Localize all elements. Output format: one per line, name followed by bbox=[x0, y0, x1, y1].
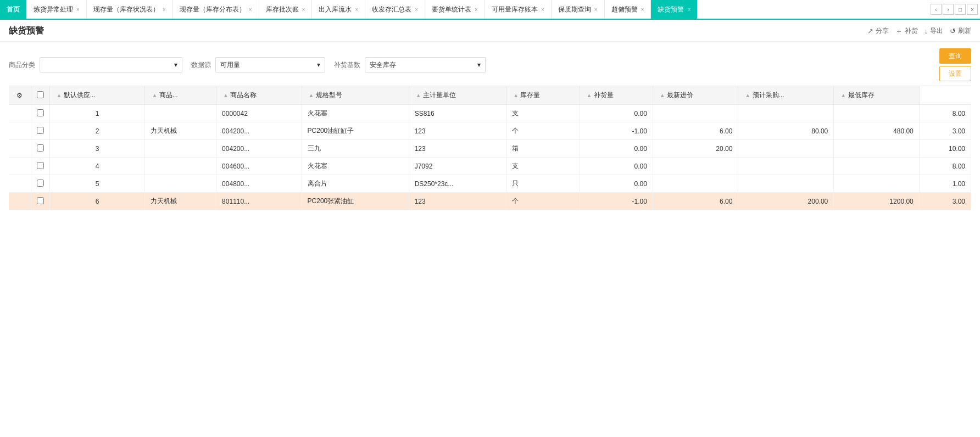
replenish-button[interactable]: ＋ 补货 bbox=[895, 26, 918, 36]
checkbox-col-header[interactable] bbox=[31, 86, 49, 105]
row-cell-estimated_purchase bbox=[834, 158, 919, 175]
row-cell-goods_name: 离合片 bbox=[302, 175, 409, 193]
tab-inventory-dist-label: 现存量（库存分布表） bbox=[180, 5, 246, 14]
row-checkbox[interactable] bbox=[37, 197, 44, 204]
tab-shortage[interactable]: 缺货预警 × bbox=[651, 0, 698, 19]
tab-inventory-dist[interactable]: 现存量（库存分布表） × bbox=[173, 0, 259, 19]
tab-summary-close[interactable]: × bbox=[415, 7, 418, 13]
row-checkbox-cell[interactable] bbox=[31, 140, 49, 158]
tab-overstock-close[interactable]: × bbox=[641, 7, 644, 13]
tab-batch[interactable]: 库存批次账 × bbox=[259, 0, 313, 19]
tab-flow[interactable]: 出入库流水 × bbox=[312, 0, 365, 19]
col-header-stock[interactable]: ▲ 库存量 bbox=[506, 86, 580, 105]
tab-shortage-close[interactable]: × bbox=[687, 7, 691, 13]
tab-available-close[interactable]: × bbox=[541, 7, 544, 13]
tab-overstock[interactable]: 超储预警 × bbox=[605, 0, 652, 19]
tab-batch-close[interactable]: × bbox=[302, 7, 305, 13]
row-checkbox-cell[interactable] bbox=[31, 193, 49, 210]
tab-maximize[interactable]: □ bbox=[955, 4, 966, 15]
col-header-replenish[interactable]: ▲ 补货量 bbox=[580, 86, 653, 105]
col-header-estimated-purchase[interactable]: ▲ 预计采购... bbox=[738, 86, 834, 105]
tab-refining[interactable]: 炼货异常处理 × bbox=[27, 0, 87, 19]
settings-button[interactable]: 设置 bbox=[939, 66, 971, 81]
row-number: 1 bbox=[49, 105, 145, 122]
tab-demand[interactable]: 要货单统计表 × bbox=[425, 0, 485, 19]
sort-icon: ▲ bbox=[309, 92, 314, 98]
tab-nav-right[interactable]: › bbox=[943, 4, 954, 15]
row-checkbox-cell[interactable] bbox=[31, 158, 49, 175]
sort-icon: ▲ bbox=[745, 92, 750, 98]
tab-home-label: 首页 bbox=[7, 5, 20, 14]
tab-close-all[interactable]: × bbox=[967, 4, 978, 15]
col-header-latest-price[interactable]: ▲ 最新进价 bbox=[653, 86, 738, 105]
tab-inventory-status-close[interactable]: × bbox=[163, 7, 166, 13]
category-select[interactable]: ▾ bbox=[40, 57, 182, 72]
tab-available[interactable]: 可用量库存账本 × bbox=[485, 0, 552, 19]
col-header-supplier[interactable]: ▲ 默认供应... bbox=[49, 86, 145, 105]
query-button[interactable]: 查询 bbox=[939, 48, 971, 64]
tab-home[interactable]: 首页 bbox=[0, 0, 27, 19]
tab-expiry-close[interactable]: × bbox=[594, 7, 598, 13]
select-all-checkbox[interactable] bbox=[37, 91, 44, 98]
row-checkbox-cell[interactable] bbox=[31, 122, 49, 140]
col-header-min-stock[interactable]: ▲ 最低库存 bbox=[834, 86, 919, 105]
row-checkbox[interactable] bbox=[37, 144, 44, 152]
shortage-table: ⚙ ▲ 默认供应... ▲ 商品... ▲ 商品名称 bbox=[9, 86, 971, 210]
category-chevron-icon: ▾ bbox=[174, 61, 177, 69]
row-checkbox[interactable] bbox=[37, 180, 44, 187]
export-button[interactable]: ↓ 导出 bbox=[925, 26, 944, 36]
table-row: 10000042火花塞SS816支0.008.00 bbox=[9, 105, 971, 122]
row-cell-goods_name: 火花塞 bbox=[302, 105, 409, 122]
replenish-base-value: 安全库存 bbox=[370, 60, 396, 70]
row-checkbox-cell[interactable] bbox=[31, 175, 49, 193]
sort-icon: ▲ bbox=[416, 92, 421, 98]
datasource-select-value: 可用量 bbox=[220, 60, 240, 70]
tab-demand-close[interactable]: × bbox=[475, 7, 478, 13]
row-cell-stock: 0.00 bbox=[580, 105, 653, 122]
row-cell-latest_price bbox=[738, 158, 834, 175]
replenish-base-label: 补货基数 bbox=[334, 60, 360, 70]
col-header-spec[interactable]: ▲ 规格型号 bbox=[302, 86, 409, 105]
share-button[interactable]: ↗ 分享 bbox=[867, 26, 889, 36]
row-cell-replenish_qty: 20.00 bbox=[653, 140, 738, 158]
sort-icon: ▲ bbox=[660, 92, 665, 98]
row-cell-replenish_qty: 6.00 bbox=[653, 193, 738, 210]
tab-expiry-label: 保质期查询 bbox=[558, 5, 591, 14]
tab-inventory-status[interactable]: 现存量（库存状况表） × bbox=[87, 0, 173, 19]
row-checkbox[interactable] bbox=[37, 127, 44, 134]
col-header-unit[interactable]: ▲ 主计量单位 bbox=[409, 86, 506, 105]
replenish-base-select[interactable]: 安全库存 ▾ bbox=[365, 57, 486, 72]
row-cell-goods_code: 004600... bbox=[216, 158, 302, 175]
row-cell-estimated_purchase: 480.00 bbox=[834, 122, 919, 140]
tab-expiry[interactable]: 保质期查询 × bbox=[552, 0, 605, 19]
row-checkbox[interactable] bbox=[37, 162, 44, 169]
tab-summary[interactable]: 收发存汇总表 × bbox=[365, 0, 425, 19]
filter-actions: 查询 设置 bbox=[939, 48, 971, 81]
row-cell-unit: 支 bbox=[506, 105, 580, 122]
settings-col-header[interactable]: ⚙ bbox=[9, 86, 31, 105]
row-cell-min_stock: 1.00 bbox=[919, 175, 971, 193]
row-checkbox-cell[interactable] bbox=[31, 105, 49, 122]
datasource-label: 数据源 bbox=[191, 60, 211, 70]
row-cell-goods_name: 火花塞 bbox=[302, 158, 409, 175]
row-number: 5 bbox=[49, 175, 145, 193]
tab-refining-close[interactable]: × bbox=[76, 7, 80, 13]
col-header-goods-name[interactable]: ▲ 商品名称 bbox=[216, 86, 302, 105]
refresh-button[interactable]: ↺ 刷新 bbox=[950, 26, 971, 36]
row-cell-goods_code: 004200... bbox=[216, 122, 302, 140]
row-cell-replenish_qty bbox=[653, 158, 738, 175]
row-gear-cell bbox=[9, 175, 31, 193]
row-cell-goods_code: 801110... bbox=[216, 193, 302, 210]
row-gear-cell bbox=[9, 158, 31, 175]
row-checkbox[interactable] bbox=[37, 109, 44, 116]
col-header-goods-code[interactable]: ▲ 商品... bbox=[145, 86, 216, 105]
row-cell-min_stock: 3.00 bbox=[919, 122, 971, 140]
table-body: 10000042火花塞SS816支0.008.002力天机械004200...P… bbox=[9, 105, 971, 210]
datasource-select[interactable]: 可用量 ▾ bbox=[215, 57, 325, 72]
row-cell-spec: 123 bbox=[409, 122, 506, 140]
tab-available-label: 可用量库存账本 bbox=[492, 5, 538, 14]
tab-nav-left[interactable]: ‹ bbox=[931, 4, 942, 15]
tab-flow-close[interactable]: × bbox=[355, 7, 358, 13]
table-row: 5004800...离合片DS250*23c...只0.001.00 bbox=[9, 175, 971, 193]
tab-inventory-dist-close[interactable]: × bbox=[249, 7, 252, 13]
